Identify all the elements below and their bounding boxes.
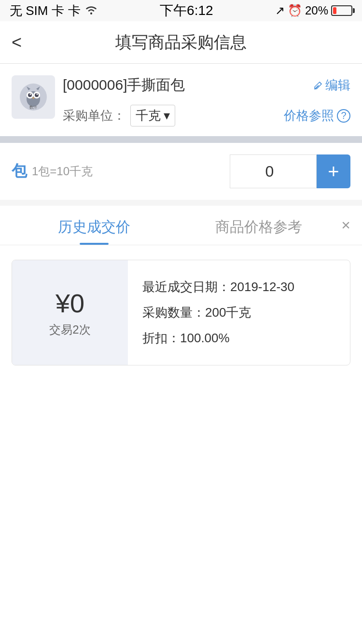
discount-value: 100.00% [180,331,230,345]
purchase-qty-row: 采购数量：200千克 [142,303,335,322]
status-left: 无 SIM 卡 卡 [10,2,98,19]
price-ref-label: 价格参照 [284,107,334,124]
unit-conversion-text: 1包=10千克 [32,164,93,179]
tabs-header: 历史成交价 商品价格参考 × [0,206,362,245]
battery-percent: 20% [305,4,328,17]
transaction-price-summary: ¥0 交易2次 [12,260,128,365]
transaction-content: ¥0 交易2次 最近成交日期：2019-12-30 采购数量：200千克 折扣：… [0,245,362,380]
section-divider [0,136,362,143]
svg-point-8 [37,94,38,95]
status-bar: 无 SIM 卡 卡 下午6:12 ↗ ⏰ 20% [0,0,362,21]
product-info: [0000006]手撕面包 编辑 采购单位： 千克 ▾ [63,75,350,126]
back-button[interactable]: < [12,32,22,53]
sim-card-icon: 卡 [68,2,81,19]
quantity-row: 包 1包=10千克 + [0,143,362,200]
transaction-details: 最近成交日期：2019-12-30 采购数量：200千克 折扣：100.00% [128,260,350,365]
purchase-qty-value: 200千克 [205,305,251,320]
recent-date-row: 最近成交日期：2019-12-30 [142,278,335,296]
price-reference-button[interactable]: 价格参照 ? [284,107,350,124]
svg-point-7 [30,94,31,95]
alarm-icon: ⏰ [288,4,302,17]
nav-bar: < 填写商品采购信息 [0,21,362,64]
discount-row: 折扣：100.00% [142,329,335,348]
recent-date-value: 2019-12-30 [230,280,294,294]
status-right: ↗ ⏰ 20% [275,4,352,17]
tab-historical-price[interactable]: 历史成交价 [12,206,177,245]
unit-value: 千克 [136,107,161,124]
product-card: 数汁 [0000006]手撕面包 编辑 采购单位： [0,64,362,136]
product-name-row: [0000006]手撕面包 编辑 [63,75,350,95]
carrier-text: 无 SIM 卡 [10,2,64,19]
edit-label: 编辑 [325,77,350,94]
svg-text:数汁: 数汁 [29,105,37,110]
battery-icon [331,5,352,16]
location-icon: ↗ [275,4,285,17]
transaction-count-label: 交易2次 [49,322,90,337]
edit-button[interactable]: 编辑 [313,77,350,94]
page-title: 填写商品采购信息 [115,31,247,54]
tab-product-price-reference[interactable]: 商品价格参考 [177,206,342,245]
dropdown-arrow-icon: ▾ [164,108,170,123]
price-symbol: ¥ [56,289,70,318]
empty-content-area [0,380,362,644]
tabs-container: 历史成交价 商品价格参考 × ¥0 交易2次 最近成交日期：2019-12-30… [0,206,362,380]
purchase-qty-label: 采购数量： [142,305,205,320]
purchase-unit-label: 采购单位： [63,107,125,124]
product-image: 数汁 [12,75,55,119]
purchase-unit-row: 采购单位： 千克 ▾ 价格参照 ? [63,105,350,126]
quantity-plus-button[interactable]: + [317,154,350,188]
price-number: 0 [70,289,84,318]
wifi-icon [84,3,98,18]
unit-select-dropdown[interactable]: 千克 ▾ [130,105,175,126]
svg-point-0 [90,13,92,14]
tabs-close-button[interactable]: × [341,207,350,244]
edit-icon [313,80,323,91]
battery-fill [333,7,336,14]
transaction-card: ¥0 交易2次 最近成交日期：2019-12-30 采购数量：200千克 折扣：… [12,260,350,365]
quantity-input[interactable] [230,154,317,188]
package-unit-name: 包 [12,161,27,182]
discount-label: 折扣： [142,331,180,345]
product-full-name: [0000006]手撕面包 [63,75,185,95]
status-time: 下午6:12 [160,1,213,20]
recent-date-label: 最近成交日期： [142,280,230,294]
product-logo-icon: 数汁 [19,83,48,112]
unit-label-area: 包 1包=10千克 [12,161,93,182]
transaction-price-value: ¥0 [56,288,84,318]
quantity-control: + [230,154,350,188]
price-ref-help-icon: ? [337,109,350,123]
product-header: 数汁 [0000006]手撕面包 编辑 采购单位： [12,75,350,126]
